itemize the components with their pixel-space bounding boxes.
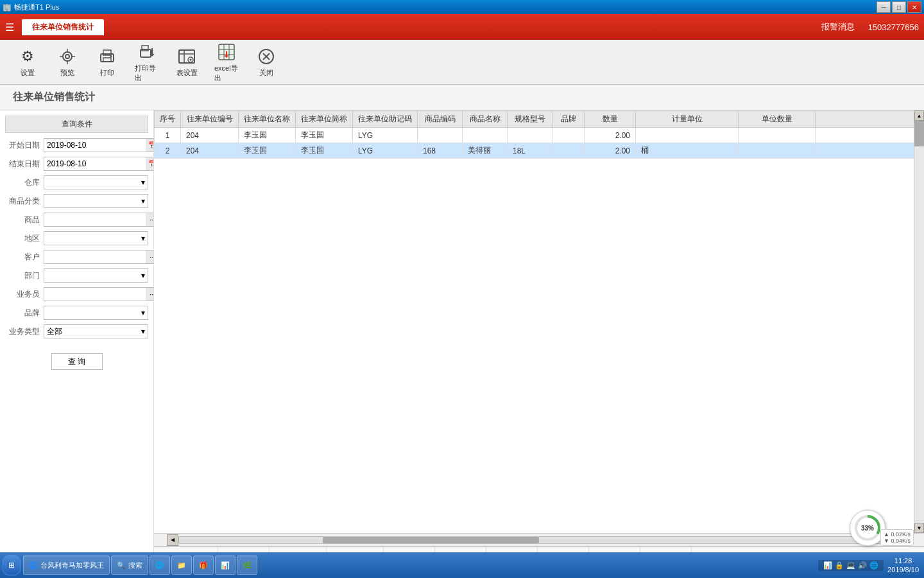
- taskbar-item-app1[interactable]: 🎁: [193, 556, 214, 575]
- title-bar-controls[interactable]: ─ □ ✕: [877, 1, 921, 13]
- vertical-scrollbar[interactable]: ▲ ▼: [914, 110, 924, 533]
- preview-button[interactable]: 预览: [50, 44, 85, 80]
- filter-row-region: 地区 ▾: [5, 231, 148, 245]
- excel-export-button[interactable]: excel导出: [209, 39, 244, 85]
- scroll-left-arrow[interactable]: ◀: [167, 534, 178, 546]
- scroll-track[interactable]: [914, 121, 924, 523]
- taskbar-item-app3[interactable]: 🌿: [237, 556, 257, 575]
- content-body: 查询条件 开始日期 📅 结束日期 📅 仓库: [0, 110, 924, 578]
- col-qty: 数量: [585, 111, 636, 128]
- customer-input[interactable]: [44, 250, 146, 264]
- warehouse-chevron-icon: ▾: [141, 178, 145, 187]
- taskbar-item-search[interactable]: 🔍 搜索: [111, 556, 148, 575]
- category-chevron-icon: ▾: [141, 197, 145, 206]
- col-spec: 规格型号: [508, 111, 552, 128]
- tray-icon-3[interactable]: 💻: [846, 561, 855, 570]
- table-settings-icon: [176, 46, 197, 67]
- product-input[interactable]: [44, 213, 146, 227]
- category-select[interactable]: ▾: [44, 194, 148, 208]
- warehouse-select[interactable]: ▾: [44, 175, 148, 189]
- start-date-label: 开始日期: [5, 140, 44, 151]
- region-select[interactable]: ▾: [44, 231, 148, 245]
- taskbar-search-icon: 🔍: [117, 561, 126, 570]
- scroll-up-arrow[interactable]: ▲: [914, 110, 924, 121]
- tray-icon-2[interactable]: 🔒: [835, 561, 844, 570]
- print-export-button[interactable]: 打印导出: [130, 39, 164, 85]
- preview-icon: [57, 46, 78, 67]
- close-button[interactable]: ✕: [907, 1, 921, 13]
- taskbar-app1-icon: 🎁: [199, 561, 208, 570]
- minimize-button[interactable]: ─: [877, 1, 891, 13]
- print-label: 打印: [100, 68, 114, 78]
- tray-icon-5[interactable]: 🌐: [869, 561, 878, 570]
- col-unit-qty: 单位数量: [739, 111, 816, 128]
- cell-unit-qty: [739, 128, 816, 143]
- horizontal-scrollbar[interactable]: ◀ ▶: [154, 533, 924, 546]
- cell-partner-memo: LYG: [353, 128, 418, 143]
- hscroll-thumb[interactable]: [323, 537, 539, 543]
- svg-point-1: [65, 55, 69, 58]
- phone-number: 15032777656: [868, 22, 919, 32]
- cell-unit: [636, 128, 739, 143]
- filter-row-customer: 客户 ···: [5, 250, 148, 264]
- end-date-field[interactable]: 📅: [44, 157, 154, 171]
- start-date-input[interactable]: [44, 138, 146, 152]
- product-field[interactable]: ···: [44, 213, 154, 227]
- tray-icon-1[interactable]: 📊: [823, 561, 832, 570]
- download-speed: ▼ 0.04K/s: [884, 538, 911, 544]
- salesperson-input[interactable]: [44, 287, 146, 301]
- end-date-calendar-icon[interactable]: 📅: [146, 157, 154, 171]
- hscroll-track[interactable]: [178, 536, 900, 544]
- table-settings-button[interactable]: 表设置: [169, 44, 204, 80]
- filter-row-department: 部门 ▾: [5, 268, 148, 283]
- cell-partner-name: 李玉国: [239, 128, 296, 143]
- salesperson-dots-icon[interactable]: ···: [146, 287, 154, 301]
- brand-select[interactable]: ▾: [44, 306, 148, 320]
- filter-row-start-date: 开始日期 📅: [5, 138, 148, 152]
- taskbar-item-folder[interactable]: 📁: [171, 556, 192, 575]
- svg-point-0: [63, 52, 72, 61]
- taskbar-items: 🌀 台风利奇马加零风王 🔍 搜索 🌐 📁 🎁 📊 🌿: [23, 556, 257, 575]
- active-tab[interactable]: 往来单位销售统计: [22, 19, 104, 35]
- settings-icon: ⚙: [17, 46, 38, 67]
- product-dots-icon[interactable]: ···: [146, 213, 154, 227]
- taskbar-right: 📊 🔒 💻 🔊 🌐 11:28 2019/8/10: [818, 556, 921, 575]
- biz-type-select[interactable]: 全部 ▾: [44, 324, 148, 338]
- data-table-wrapper: 序号 往来单位编号 往来单位名称 往来单位简称 往来单位助记码 商品编码 商品名…: [154, 110, 924, 533]
- print-button[interactable]: 打印: [90, 44, 124, 80]
- upload-speed: ▲ 0.02K/s: [884, 531, 911, 538]
- taskbar-item-taifeng[interactable]: 🌀 台风利奇马加零风王: [23, 556, 110, 575]
- settings-button[interactable]: ⚙ 设置: [10, 44, 45, 80]
- data-area: 序号 往来单位编号 往来单位名称 往来单位简称 往来单位助记码 商品编码 商品名…: [154, 110, 924, 578]
- tray-icon-4[interactable]: 🔊: [858, 561, 867, 570]
- table-row[interactable]: 2 204 李玉国 李玉国 LYG 168 美得丽 18L 2.00 桶: [155, 143, 914, 159]
- customer-dots-icon[interactable]: ···: [146, 250, 154, 264]
- col-partner-code: 往来单位编号: [181, 111, 239, 128]
- start-button[interactable]: ⊞: [3, 555, 21, 575]
- scroll-down-arrow[interactable]: ▼: [914, 523, 924, 533]
- start-date-field[interactable]: 📅: [44, 138, 154, 152]
- col-unit: 计量单位: [636, 111, 739, 128]
- taskbar-item-app2[interactable]: 📊: [215, 556, 235, 575]
- query-button[interactable]: 查 询: [51, 353, 103, 370]
- maximize-button[interactable]: □: [892, 1, 906, 13]
- table-row[interactable]: 1 204 李玉国 李玉国 LYG 2.00: [155, 128, 914, 143]
- taskbar-item-ie[interactable]: 🌐: [150, 556, 170, 575]
- start-date-calendar-icon[interactable]: 📅: [146, 138, 154, 152]
- scroll-thumb[interactable]: [914, 121, 924, 146]
- close-toolbar-button[interactable]: 关闭: [249, 44, 284, 80]
- department-select[interactable]: ▾: [44, 268, 148, 283]
- clock-date: 2019/8/10: [887, 565, 919, 574]
- taskbar-search-label: 搜索: [128, 561, 142, 570]
- customer-field[interactable]: ···: [44, 250, 154, 264]
- cell-partner-memo: LYG: [353, 143, 418, 159]
- col-extra: [816, 111, 914, 128]
- biz-type-value: 全部: [47, 326, 62, 337]
- data-table-container[interactable]: 序号 往来单位编号 往来单位名称 往来单位简称 往来单位助记码 商品编码 商品名…: [154, 110, 914, 533]
- cell-partner-abbr: 李玉国: [296, 128, 353, 143]
- end-date-input[interactable]: [44, 157, 146, 171]
- excel-export-label: excel导出: [214, 64, 239, 83]
- close-toolbar-icon: [256, 46, 277, 67]
- salesperson-field[interactable]: ···: [44, 287, 154, 301]
- menu-icon[interactable]: ☰: [5, 21, 14, 33]
